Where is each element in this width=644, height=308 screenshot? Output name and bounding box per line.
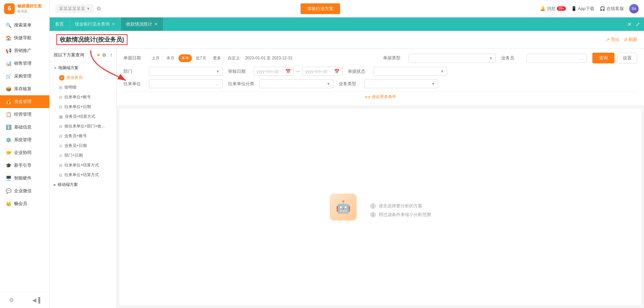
sidebar-item-quicknav[interactable]: 🏠 快捷导航: [0, 32, 49, 44]
sidebar-item-purchase[interactable]: 🛒 采购管理: [0, 70, 49, 83]
partner-more-btn[interactable]: ...: [215, 81, 219, 86]
audit-date-end[interactable]: yyyy-mm-dd 📅: [302, 67, 342, 76]
tab-bank-flow[interactable]: 现金银行流水查询 ✕: [69, 17, 121, 31]
tab-collection-stats[interactable]: 收款情况统计 ✕: [121, 17, 163, 31]
mobile-group-header[interactable]: ▶ 移动端方案: [50, 180, 116, 190]
nav-icon: 🏠: [5, 35, 11, 41]
sidebar-item-collab[interactable]: 🤝 企业协同: [0, 146, 49, 159]
hardware-icon: 🖥️: [5, 175, 11, 181]
refresh-button[interactable]: ↺ 刷新: [624, 37, 637, 43]
biz-type-select[interactable]: ▾: [364, 79, 438, 88]
sidebar-navigation: 🔍 搜索菜单 🏠 快捷导航 📢 营销推广 📊 销售管理 🛒 采购管理 📦 库存核…: [0, 17, 49, 292]
tree-item-partner-dept[interactable]: ⊟ 按往来单位+部门+收...: [50, 121, 116, 131]
filter-settings-button[interactable]: 设置: [617, 53, 637, 63]
tree-item-salesman[interactable]: ● 按业务员: [50, 73, 116, 83]
sidebar-item-wechat[interactable]: 💬 企业微信: [0, 185, 49, 197]
filter-actions: 查询 设置: [592, 53, 637, 63]
topbar-settings-icon[interactable]: ⚙: [96, 5, 101, 12]
tree-item-salesman-date[interactable]: ⊙ 业务员+日期: [50, 141, 116, 151]
step-1-text: 请先选择要分析的方案: [379, 203, 422, 209]
date-tab-7days[interactable]: 近7天: [193, 54, 209, 62]
doc-status-dropdown-icon: ▾: [441, 69, 443, 74]
sidebar-item-hardware[interactable]: 🖥️ 智能硬件: [0, 172, 49, 185]
collapse-bar[interactable]: ∧∧ 收起更多条件: [123, 92, 637, 102]
date-separator: —: [296, 69, 300, 74]
panel-collapse-btn[interactable]: 《: [108, 52, 112, 58]
partner-select[interactable]: ...: [149, 79, 223, 88]
tree-item-salesman-account[interactable]: ⊟ 业务员+账号: [50, 131, 116, 141]
date-tab-this-month[interactable]: 本月: [164, 54, 177, 62]
sidebar-item-marketing[interactable]: 📢 营销推广: [0, 44, 49, 57]
panel-add-btn[interactable]: +: [97, 52, 100, 58]
tab-bar: 首页 现金银行流水查询 ✕ 收款情况统计 ✕ ✕ ⤢: [50, 17, 644, 31]
bell-icon: 🔔: [540, 6, 545, 11]
date-tab-last-month[interactable]: 上月: [149, 54, 162, 62]
tree-item-salesman-payment[interactable]: ▦ 业务员+结算方式: [50, 112, 116, 121]
tab-bank-flow-close[interactable]: ✕: [112, 22, 115, 27]
doc-status-select[interactable]: ▾: [373, 67, 447, 76]
group-arrow-down: ▼: [54, 66, 57, 70]
app-edition: 标准版: [17, 9, 42, 14]
sidebar-item-member[interactable]: 👑 畅会员: [0, 197, 49, 210]
top-bar-right: 🔔 消息 99+ 📱 App下载 🎧 在线客服 Rit: [540, 4, 639, 13]
tab-home[interactable]: 首页: [50, 17, 69, 31]
panel-settings-btn[interactable]: ⚙: [102, 52, 106, 58]
doc-type-select[interactable]: ▾: [409, 54, 496, 63]
tree-item-partner-account[interactable]: ⊟ 往来单位+账号: [50, 92, 116, 102]
trial-button[interactable]: 体验行业方案: [301, 3, 340, 14]
sidebar-item-info[interactable]: ℹ️ 基础信息: [0, 121, 49, 134]
sidebar-settings-btn[interactable]: ⚙: [7, 295, 16, 305]
query-button[interactable]: 查询: [592, 53, 614, 63]
export-button[interactable]: ↗ 导出: [606, 37, 620, 43]
tab-expand-btn[interactable]: ⤢: [636, 21, 640, 28]
biz-type-label: 业务类型: [339, 81, 359, 87]
partner-category-label: 往来单位分类: [228, 81, 254, 87]
filter-row-3: 往来单位 ... 往来单位分类 ▾ 业务类型 ▾: [123, 79, 637, 88]
sidebar-collapse-btn[interactable]: ◀▐: [30, 295, 42, 305]
salesman-more-btn[interactable]: ...: [580, 56, 583, 61]
desktop-group-header[interactable]: ▼ 电脑端方案: [50, 63, 116, 73]
search-menu-button[interactable]: 某某某某某某 ▾: [55, 4, 94, 13]
tree-item-detail[interactable]: ⊞ 按明细: [50, 83, 116, 92]
tree-item-partner-date[interactable]: ⊟ 往来单位+日期: [50, 102, 116, 112]
sidebar-item-guide[interactable]: 🎓 新手引导: [0, 159, 49, 172]
tree-item-partner-payment2[interactable]: ⊟ 往来单位+结算方式: [50, 170, 116, 180]
online-service-btn[interactable]: 🎧 在线客服: [600, 6, 624, 12]
date-tab-this-year[interactable]: 本年: [178, 54, 192, 62]
partner-account-icon: ⊟: [59, 95, 62, 100]
app-download-btn[interactable]: 📱 App下载: [571, 6, 594, 12]
dept-select[interactable]: ▾: [149, 67, 223, 76]
topbar-breadcrumb: 某某某某某某: [59, 6, 85, 12]
salesman-select[interactable]: ...: [527, 54, 587, 63]
partner-category-select[interactable]: ▾: [260, 79, 333, 88]
sidebar-item-inventory[interactable]: 📦 库存核算: [0, 83, 49, 95]
tab-collection-stats-close[interactable]: ✕: [154, 22, 158, 27]
app-logo: 6 畅捷通好生意 标准版: [0, 0, 49, 17]
sidebar-item-sales[interactable]: 📊 销售管理: [0, 57, 49, 70]
notification-badge: 99+: [557, 6, 566, 11]
date-tab-custom[interactable]: 自定义: [225, 54, 243, 62]
purchase-icon: 🛒: [5, 73, 11, 79]
panel-header: 按以下方案查询 + ⚙ 《: [50, 49, 116, 62]
audit-date-start[interactable]: yyyy-mm-dd 📅: [254, 67, 294, 76]
tab-close-all-btn[interactable]: ✕: [627, 21, 632, 28]
notification-btn[interactable]: 🔔 消息 99+: [540, 6, 566, 12]
sidebar-item-system[interactable]: ⚙️ 系统管理: [0, 134, 49, 146]
sidebar-item-search[interactable]: 🔍 搜索菜单: [0, 19, 49, 32]
salesman-payment-icon: ▦: [59, 114, 63, 119]
date-tab-more[interactable]: 更多: [210, 54, 224, 62]
partner-payment2-icon: ⊟: [59, 173, 62, 177]
tree-item-partner-payment1[interactable]: ⊞ 往来单位+结算方式: [50, 160, 116, 170]
detail-icon: ⊞: [59, 85, 62, 90]
sidebar-item-manage[interactable]: 📋 经营管理: [0, 108, 49, 121]
user-avatar-btn[interactable]: Rit: [629, 4, 639, 13]
desktop-group-label: 电脑端方案: [58, 65, 78, 71]
tree-item-dept-date[interactable]: ⊙ 部门+日期: [50, 151, 116, 160]
date-tabs: 上月 本月 本年 近7天 更多 自定义: [149, 54, 243, 62]
dropdown-icon: ▾: [87, 6, 90, 11]
sidebar-item-finance[interactable]: 💰 资金管理: [0, 95, 49, 108]
export-icon: ↗: [606, 37, 609, 42]
top-bar: 某某某某某某 ▾ ⚙ 体验行业方案 🔔 消息 99+ 📱 App下载 🎧 在线客…: [50, 0, 644, 17]
headset-icon: 🎧: [600, 6, 605, 11]
robot-illustration: 🤖: [330, 194, 357, 220]
